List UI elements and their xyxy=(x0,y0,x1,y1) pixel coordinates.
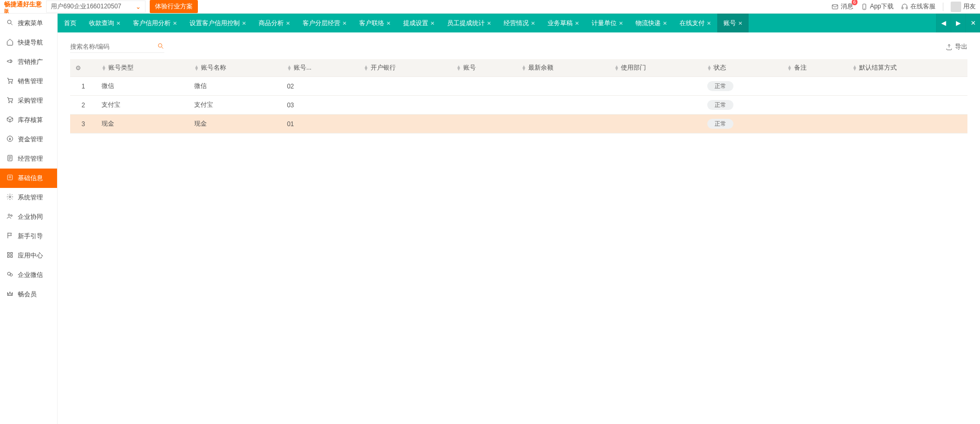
sort-icon[interactable]: ▲▼ xyxy=(614,65,619,71)
close-icon[interactable]: ✕ xyxy=(575,20,579,26)
tab-2[interactable]: 客户信用分析✕ xyxy=(127,14,183,32)
flag-icon xyxy=(6,232,14,241)
online-service-button[interactable]: 在线客服 xyxy=(901,2,936,11)
close-icon[interactable]: ✕ xyxy=(286,20,290,26)
sidebar-item-13[interactable]: 企业微信 xyxy=(0,265,57,285)
sidebar-item-label: 营销推广 xyxy=(18,58,43,66)
col-header-0[interactable]: ⚙ xyxy=(70,59,96,77)
col-header-3[interactable]: ▲▼账号... xyxy=(282,59,358,77)
avatar xyxy=(951,2,961,12)
app-download-button[interactable]: App下载 xyxy=(861,2,894,11)
sidebar-item-12[interactable]: 应用中心 xyxy=(0,246,57,265)
tab-13[interactable]: 在线支付✕ xyxy=(673,14,717,32)
table-row[interactable]: 3现金现金01正常 xyxy=(70,115,967,133)
col-label: 开户银行 xyxy=(371,64,396,71)
tab-14[interactable]: 账号✕ xyxy=(717,14,749,32)
sort-icon[interactable]: ▲▼ xyxy=(707,65,712,71)
tab-0[interactable]: 首页 xyxy=(58,14,83,32)
sidebar-item-11[interactable]: 新手引导 xyxy=(0,227,57,246)
sort-icon[interactable]: ▲▼ xyxy=(521,65,526,71)
doc-icon xyxy=(6,154,14,163)
close-icon[interactable]: ✕ xyxy=(386,20,391,26)
tab-8[interactable]: 员工提成统计✕ xyxy=(441,14,497,32)
close-icon[interactable]: ✕ xyxy=(663,20,667,26)
sidebar-item-2[interactable]: 营销推广 xyxy=(0,52,57,72)
cell: 支付宝 xyxy=(189,96,282,115)
close-icon[interactable]: ✕ xyxy=(342,20,347,26)
sort-icon[interactable]: ▲▼ xyxy=(364,65,369,71)
sidebar-item-label: 基础信息 xyxy=(18,174,43,183)
sort-icon[interactable]: ▲▼ xyxy=(102,65,106,71)
sort-icon[interactable]: ▲▼ xyxy=(456,65,461,71)
svg-point-21 xyxy=(10,215,12,216)
sidebar-item-label: 企业微信 xyxy=(18,271,43,280)
tab-5[interactable]: 客户分层经营✕ xyxy=(296,14,353,32)
cell: 现金 xyxy=(96,115,189,133)
tab-11[interactable]: 计量单位✕ xyxy=(585,14,629,32)
sidebar-item-8[interactable]: 基础信息 xyxy=(0,169,57,188)
sidebar-item-10[interactable]: 企业协同 xyxy=(0,207,57,227)
tab-6[interactable]: 客户联络✕ xyxy=(353,14,397,32)
close-icon[interactable]: ✕ xyxy=(531,20,535,26)
megaphone-icon xyxy=(6,58,14,66)
col-header-5[interactable]: ▲▼账号 xyxy=(451,59,517,77)
export-button[interactable]: 导出 xyxy=(945,42,967,51)
headset-icon xyxy=(901,3,908,10)
search-input[interactable] xyxy=(70,41,157,52)
messages-button[interactable]: 消息 6 xyxy=(831,2,853,11)
sidebar-item-1[interactable]: 快捷导航 xyxy=(0,33,57,52)
cell xyxy=(451,77,517,96)
sidebar-item-3[interactable]: 销售管理 xyxy=(0,72,57,91)
col-header-7[interactable]: ▲▼使用部门 xyxy=(609,59,701,77)
sort-icon[interactable]: ▲▼ xyxy=(194,65,199,71)
tab-4[interactable]: 商品分析✕ xyxy=(252,14,296,32)
sort-icon[interactable]: ▲▼ xyxy=(287,65,292,71)
promo-button[interactable]: 体验行业方案 xyxy=(150,0,198,13)
close-icon[interactable]: ✕ xyxy=(619,20,623,26)
tab-1[interactable]: 收款查询✕ xyxy=(83,14,127,32)
sidebar-item-14[interactable]: 畅会员 xyxy=(0,285,57,304)
tab-3[interactable]: 设置客户信用控制✕ xyxy=(183,14,252,32)
tab-10[interactable]: 业务草稿✕ xyxy=(541,14,585,32)
sidebar-item-9[interactable]: 系统管理 xyxy=(0,188,57,207)
tabs-scroll-right[interactable]: ▶ xyxy=(951,14,965,32)
table-row[interactable]: 1微信微信02正常 xyxy=(70,77,967,96)
close-icon[interactable]: ✕ xyxy=(430,20,435,26)
col-header-9[interactable]: ▲▼备注 xyxy=(782,59,848,77)
col-header-1[interactable]: ▲▼账号类型 xyxy=(96,59,189,77)
company-selector[interactable]: 用户690企业1660120507 ⌄ xyxy=(46,1,146,13)
table-row[interactable]: 2支付宝支付宝03正常 xyxy=(70,96,967,115)
sidebar-item-6[interactable]: 资金管理 xyxy=(0,130,57,149)
tab-label: 物流快递 xyxy=(636,19,661,28)
gear-icon[interactable]: ⚙ xyxy=(75,64,81,72)
cell xyxy=(847,77,967,96)
tabs-scroll-left[interactable]: ◀ xyxy=(936,14,951,32)
sidebar-item-0[interactable]: 搜索菜单 xyxy=(0,14,57,33)
search-icon[interactable] xyxy=(157,42,164,51)
sidebar-item-4[interactable]: 采购管理 xyxy=(0,91,57,110)
cell xyxy=(516,77,609,96)
col-header-8[interactable]: ▲▼状态 xyxy=(702,59,782,77)
col-header-6[interactable]: ▲▼最新余额 xyxy=(516,59,609,77)
tab-7[interactable]: 提成设置✕ xyxy=(397,14,441,32)
sidebar-item-5[interactable]: 库存核算 xyxy=(0,110,57,130)
close-icon[interactable]: ✕ xyxy=(738,20,742,26)
col-label: 备注 xyxy=(794,64,807,71)
svg-rect-24 xyxy=(7,255,9,258)
close-icon[interactable]: ✕ xyxy=(487,20,491,26)
col-header-4[interactable]: ▲▼开户银行 xyxy=(359,59,451,77)
sort-icon[interactable]: ▲▼ xyxy=(852,65,857,71)
close-icon[interactable]: ✕ xyxy=(242,20,246,26)
close-icon[interactable]: ✕ xyxy=(173,20,177,26)
tabs-close-all[interactable]: ✕ xyxy=(965,14,980,32)
sidebar-item-7[interactable]: 经营管理 xyxy=(0,149,57,169)
col-header-10[interactable]: ▲▼默认结算方式 xyxy=(847,59,967,77)
col-header-2[interactable]: ▲▼账号名称 xyxy=(189,59,282,77)
user-menu[interactable]: 用友 xyxy=(951,2,976,12)
col-label: 账号 xyxy=(463,64,476,71)
close-icon[interactable]: ✕ xyxy=(116,20,120,26)
tab-9[interactable]: 经营情况✕ xyxy=(497,14,541,32)
sort-icon[interactable]: ▲▼ xyxy=(787,65,792,71)
tab-12[interactable]: 物流快递✕ xyxy=(629,14,673,32)
close-icon[interactable]: ✕ xyxy=(707,20,711,26)
